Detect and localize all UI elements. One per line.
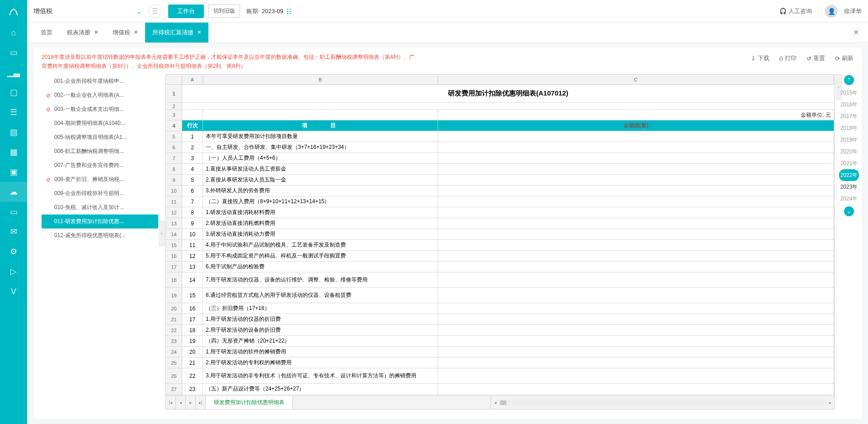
horizontal-scrollbar[interactable]: ◂ ▸ (491, 396, 834, 409)
avatar[interactable]: 👤 (825, 5, 838, 18)
close-all-tabs-button[interactable]: ✕ (850, 28, 862, 37)
row-number[interactable]: 13 (166, 218, 182, 229)
cell-c[interactable]: 金额(数量) (438, 120, 834, 131)
year-2015年[interactable]: 2015年 (839, 87, 859, 99)
cell-b[interactable]: 一、自主研发、合作研发、集中研发（3+7+16+19+23+34） (203, 142, 438, 152)
tree-item-0[interactable]: 001-企业所得税年度纳税申... (42, 74, 158, 88)
nav-tax-icon[interactable]: ☁ (0, 182, 27, 202)
tree-item-2[interactable]: ⊘003-一般企业成本支出明细... (42, 102, 158, 116)
cell-c[interactable] (438, 240, 834, 250)
nav-home-icon[interactable]: ⌂ (0, 23, 27, 43)
row-number[interactable]: 24 (166, 347, 182, 357)
cell-a[interactable]: 8 (182, 207, 203, 218)
cell-b[interactable]: 2.用于研发活动的专利权的摊销费用 (203, 357, 438, 368)
cell-a[interactable]: 行次 (182, 120, 203, 131)
cell-a[interactable]: 14 (182, 272, 203, 287)
cell-c[interactable] (438, 347, 834, 357)
cell-b[interactable]: 3.研发活动直接消耗动力费用 (203, 229, 438, 239)
cell-c[interactable] (438, 186, 834, 196)
row-number[interactable]: 8 (166, 164, 182, 174)
cell-b[interactable]: 2.用于研发活动的设备的折旧费 (203, 325, 438, 335)
collapse-tree-handle[interactable]: ‹ (159, 221, 165, 246)
cell-c[interactable] (438, 142, 834, 152)
cell-c[interactable] (438, 368, 834, 383)
cell-b[interactable]: 3.用于研发活动的非专利技术（包括许可证、专有技术、设计和计算方法等）的摊销费用 (203, 368, 438, 383)
col-header-a[interactable]: A (182, 75, 203, 84)
year-2021年[interactable]: 2021年 (839, 157, 859, 169)
row-number[interactable]: 3 (166, 110, 182, 120)
year-2020年[interactable]: 2020年 (839, 146, 859, 157)
row-number[interactable]: 16 (166, 251, 182, 261)
circle-doc-button[interactable]: ☰ (148, 5, 162, 18)
year-2018年[interactable]: 2018年 (839, 122, 859, 134)
cell-a[interactable]: 11 (182, 240, 203, 250)
hscroll-right-icon[interactable]: ▸ (826, 400, 834, 405)
cell-c[interactable] (438, 288, 834, 303)
tree-item-7[interactable]: ⊘008-资产折旧、摊销及纳税... (42, 172, 158, 186)
cell-a[interactable]: 1 (182, 131, 203, 142)
nav-clipboard-icon[interactable]: ☰ (0, 102, 27, 122)
tax-selector[interactable]: 增值税 ⌄ (33, 7, 142, 15)
col-header-b[interactable]: B (203, 75, 438, 84)
row-number[interactable]: 12 (166, 207, 182, 218)
row-number[interactable]: 20 (166, 303, 182, 314)
cell-b[interactable]: 1.直接从事研发活动人员工资薪金 (203, 164, 438, 174)
close-icon[interactable]: ✕ (134, 29, 138, 35)
download-button[interactable]: ⇩下载 (751, 54, 769, 62)
cell-b[interactable]: 项 目 (203, 120, 438, 131)
cell-b[interactable]: 8.通过经营租赁方式租入的用于研发活动的仪器、设备租赁费 (203, 288, 438, 303)
sheet-nav-last[interactable]: ▸| (196, 396, 206, 409)
cell-c[interactable] (438, 218, 834, 229)
cell-a[interactable]: 2 (182, 142, 203, 152)
cell-a[interactable]: 9 (182, 218, 203, 229)
nav-report-icon[interactable]: ▤ (0, 122, 27, 142)
period-value[interactable]: 2023-09 (262, 8, 283, 14)
cell-a[interactable]: 20 (182, 347, 203, 357)
tree-item-1[interactable]: ⊘002-一般企业收入明细表(A... (42, 88, 158, 102)
row-number[interactable]: 4 (166, 120, 182, 131)
cell-a[interactable]: 19 (182, 336, 203, 346)
row-number[interactable]: 5 (166, 131, 182, 142)
nav-v-icon[interactable]: V (0, 281, 27, 301)
cell-b[interactable]: （三）折旧费用（17+18） (203, 303, 438, 314)
cell-b[interactable]: 1.研发活动直接消耗材料费用 (203, 207, 438, 218)
reset-button[interactable]: ↺重置 (807, 54, 825, 62)
cell-c[interactable] (438, 175, 834, 185)
tree-item-8[interactable]: 009-企业所得税弥补亏损明... (42, 186, 158, 200)
cell-b[interactable]: 1.用于研发活动的软件的摊销费用 (203, 347, 438, 357)
cell-c[interactable]: 金额单位: 元 (438, 110, 834, 120)
tree-item-4[interactable]: 005-纳税调整项目明细表(A1... (42, 130, 158, 144)
row-number[interactable]: 22 (166, 325, 182, 335)
close-icon[interactable]: ✕ (197, 29, 201, 35)
nav-settings-icon[interactable]: ⚙ (0, 242, 27, 262)
close-icon[interactable]: ✕ (94, 29, 98, 35)
year-2024年[interactable]: 2024年 (839, 193, 859, 205)
cell-c[interactable] (438, 303, 834, 314)
row-number[interactable]: 1 (166, 85, 182, 102)
tab-2[interactable]: 增值税✕ (105, 23, 145, 43)
cell-a[interactable] (182, 110, 203, 120)
corner-cell[interactable] (166, 75, 182, 84)
row-number[interactable]: 2 (166, 103, 182, 110)
cell-b[interactable]: 2.研发活动直接消耗燃料费用 (203, 218, 438, 229)
cell-a[interactable]: 16 (182, 303, 203, 314)
cell-c[interactable] (438, 325, 834, 335)
hscroll-thumb[interactable] (500, 400, 506, 405)
year-scroll-up[interactable]: ⌃ (844, 75, 854, 85)
row-number[interactable]: 11 (166, 196, 182, 207)
cell-a[interactable]: 22 (182, 368, 203, 383)
cell-c[interactable] (438, 384, 834, 394)
row-number[interactable]: 10 (166, 186, 182, 196)
row-number[interactable]: 17 (166, 262, 182, 272)
tree-item-10[interactable]: 011-研发费用加计扣除优惠... (42, 214, 158, 229)
row-number[interactable]: 23 (166, 336, 182, 346)
calendar-icon[interactable]: ☷ (286, 8, 292, 15)
year-2016年[interactable]: 2016年 (839, 99, 859, 110)
cell-a[interactable]: 6 (182, 186, 203, 196)
nav-archive-icon[interactable]: ▭ (0, 202, 27, 222)
cell-a[interactable]: 5 (182, 175, 203, 185)
year-scroll-down[interactable]: ⌄ (844, 206, 854, 216)
hscroll-left-icon[interactable]: ◂ (491, 400, 499, 405)
cell-c[interactable] (438, 131, 834, 142)
nav-inbox-icon[interactable]: ✉ (0, 222, 27, 242)
